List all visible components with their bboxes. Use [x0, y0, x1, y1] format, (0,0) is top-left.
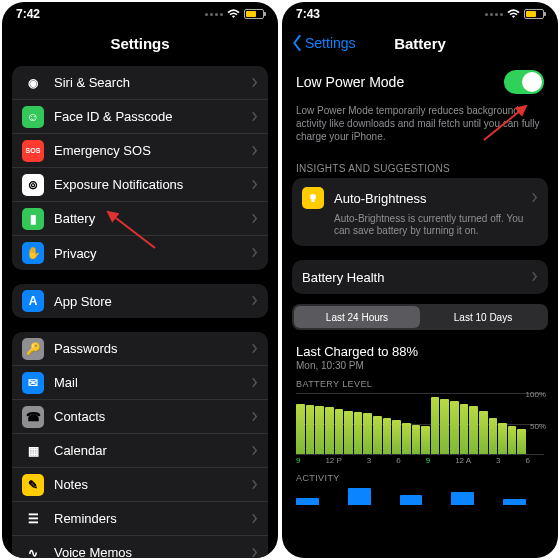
- chart-xaxis: 912 P36912 A36: [282, 455, 558, 465]
- battery-health-row[interactable]: Battery Health: [292, 260, 548, 294]
- last-charged: Last Charged to 88% Mon, 10:30 PM: [282, 340, 558, 371]
- chevron-icon: [251, 442, 258, 460]
- row-icon: ✉: [22, 372, 44, 394]
- settings-list[interactable]: ◉Siri & Search☺Face ID & PasscodeSOSEmer…: [2, 60, 278, 558]
- row-icon: ∿: [22, 542, 44, 559]
- clock: 7:42: [16, 7, 40, 21]
- chevron-icon: [251, 108, 258, 126]
- chevron-icon: [251, 142, 258, 160]
- chevron-icon: [531, 268, 538, 286]
- activity-chart: [296, 487, 544, 505]
- auto-brightness-desc: Auto-Brightness is currently turned off.…: [302, 213, 538, 237]
- settings-row[interactable]: ✎Notes: [12, 468, 268, 502]
- nav-bar: Settings: [2, 26, 278, 60]
- row-label: Siri & Search: [54, 75, 251, 90]
- settings-row[interactable]: 🔑Passwords: [12, 332, 268, 366]
- auto-brightness-title: Auto-Brightness: [334, 191, 531, 206]
- settings-row[interactable]: AApp Store: [12, 284, 268, 318]
- lpm-label: Low Power Mode: [296, 74, 504, 90]
- chevron-icon: [531, 189, 538, 207]
- settings-row[interactable]: ▦Calendar: [12, 434, 268, 468]
- settings-row[interactable]: ∿Voice Memos: [12, 536, 268, 558]
- settings-row[interactable]: ✋Privacy: [12, 236, 268, 270]
- row-label: Face ID & Passcode: [54, 109, 251, 124]
- row-label: Passwords: [54, 341, 251, 356]
- row-icon: ✎: [22, 474, 44, 496]
- settings-row[interactable]: ☎Contacts: [12, 400, 268, 434]
- row-icon: ▦: [22, 440, 44, 462]
- chevron-icon: [251, 510, 258, 528]
- row-icon: A: [22, 290, 44, 312]
- battery-icon: [524, 9, 544, 19]
- chevron-icon: [251, 544, 258, 559]
- row-icon: ☎: [22, 406, 44, 428]
- lpm-toggle[interactable]: [504, 70, 544, 94]
- svg-rect-1: [312, 200, 315, 202]
- battery-level-header: BATTERY LEVEL: [282, 371, 558, 391]
- settings-screen: 7:42 Settings ◉Siri & Search☺Face ID & P…: [2, 2, 278, 558]
- row-icon: ◉: [22, 72, 44, 94]
- clock: 7:43: [296, 7, 320, 21]
- row-icon: 🔑: [22, 338, 44, 360]
- row-icon: ▮: [22, 208, 44, 230]
- settings-row[interactable]: SOSEmergency SOS: [12, 134, 268, 168]
- cell-icon: [205, 13, 223, 16]
- settings-row[interactable]: ☰Reminders: [12, 502, 268, 536]
- row-label: Battery: [54, 211, 251, 226]
- activity-header: ACTIVITY: [282, 465, 558, 485]
- row-label: Calendar: [54, 443, 251, 458]
- row-label: Exposure Notifications: [54, 177, 251, 192]
- chevron-icon: [251, 74, 258, 92]
- status-bar: 7:42: [2, 2, 278, 26]
- chevron-icon: [251, 292, 258, 310]
- battery-health-label: Battery Health: [302, 270, 531, 285]
- row-label: Notes: [54, 477, 251, 492]
- lpm-description: Low Power Mode temporarily reduces backg…: [282, 104, 558, 149]
- battery-icon: [244, 9, 264, 19]
- row-icon: ☺: [22, 106, 44, 128]
- chevron-icon: [251, 408, 258, 426]
- row-label: App Store: [54, 294, 251, 309]
- back-label: Settings: [305, 35, 356, 51]
- chevron-icon: [251, 244, 258, 262]
- chevron-icon: [251, 210, 258, 228]
- row-icon: ☰: [22, 508, 44, 530]
- auto-brightness-card[interactable]: Auto-Brightness Auto-Brightness is curre…: [292, 178, 548, 246]
- chevron-icon: [251, 176, 258, 194]
- settings-row[interactable]: ⊚Exposure Notifications: [12, 168, 268, 202]
- time-range-segment[interactable]: Last 24 Hours Last 10 Days: [292, 304, 548, 330]
- battery-screen: 7:43 Settings Battery Low Power Mode Low…: [282, 2, 558, 558]
- settings-row[interactable]: ▮Battery: [12, 202, 268, 236]
- nav-bar: Settings Battery: [282, 26, 558, 60]
- bulb-icon: [302, 187, 324, 209]
- row-icon: ✋: [22, 242, 44, 264]
- page-title: Settings: [110, 35, 169, 52]
- chevron-icon: [251, 374, 258, 392]
- row-label: Reminders: [54, 511, 251, 526]
- settings-row[interactable]: ◉Siri & Search: [12, 66, 268, 100]
- wifi-icon: [507, 9, 520, 19]
- row-icon: ⊚: [22, 174, 44, 196]
- seg-10d[interactable]: Last 10 Days: [420, 306, 546, 328]
- row-icon: SOS: [22, 140, 44, 162]
- page-title: Battery: [394, 35, 446, 52]
- row-label: Voice Memos: [54, 545, 251, 558]
- row-label: Emergency SOS: [54, 143, 251, 158]
- row-label: Contacts: [54, 409, 251, 424]
- back-button[interactable]: Settings: [292, 35, 356, 51]
- chevron-icon: [251, 340, 258, 358]
- row-label: Mail: [54, 375, 251, 390]
- settings-row[interactable]: ✉Mail: [12, 366, 268, 400]
- battery-level-chart: 100% 50%: [296, 393, 544, 455]
- seg-24h[interactable]: Last 24 Hours: [294, 306, 420, 328]
- svg-point-0: [310, 194, 316, 200]
- row-label: Privacy: [54, 246, 251, 261]
- low-power-mode-row: Low Power Mode: [282, 60, 558, 104]
- settings-row[interactable]: ☺Face ID & Passcode: [12, 100, 268, 134]
- insights-header: INSIGHTS AND SUGGESTIONS: [282, 149, 558, 178]
- chevron-icon: [251, 476, 258, 494]
- status-bar: 7:43: [282, 2, 558, 26]
- cell-icon: [485, 13, 503, 16]
- wifi-icon: [227, 9, 240, 19]
